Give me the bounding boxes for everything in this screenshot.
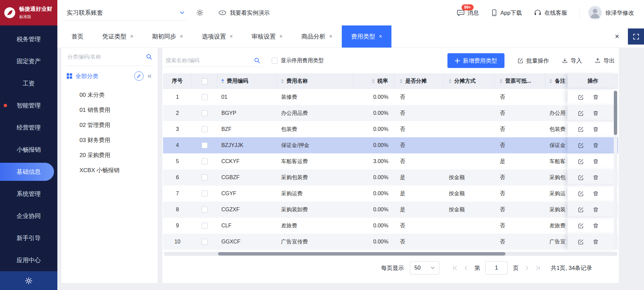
- app-download-button[interactable]: App下载: [491, 9, 522, 17]
- sort-icon[interactable]: [400, 79, 402, 83]
- add-fee-type-button[interactable]: 新增费用类型: [447, 53, 504, 68]
- sort-icon[interactable]: [372, 79, 375, 83]
- row-checkbox[interactable]: [202, 223, 208, 229]
- table-row[interactable]: 7 CGYF 采购运费 0.00% 是 按金额 否 采购运: [163, 186, 618, 202]
- delete-icon[interactable]: [593, 94, 599, 100]
- tab-close-icon[interactable]: ×: [379, 33, 382, 40]
- category-item[interactable]: 03 财务费用: [79, 133, 152, 148]
- delete-icon[interactable]: [593, 174, 599, 180]
- fullscreen-icon[interactable]: [628, 28, 644, 45]
- delete-icon[interactable]: [593, 142, 599, 148]
- row-checkbox[interactable]: [202, 158, 208, 164]
- edit-icon[interactable]: [578, 239, 584, 245]
- tab-close-icon[interactable]: ×: [329, 33, 332, 40]
- sidebar-item[interactable]: 基础信息: [0, 161, 57, 183]
- first-page-button[interactable]: [452, 265, 458, 271]
- row-checkbox[interactable]: [202, 174, 208, 180]
- horizontal-scrollbar[interactable]: [164, 252, 618, 256]
- sidebar-item[interactable]: 企业协同: [0, 205, 57, 227]
- vertical-scrollbar-thumb[interactable]: [614, 91, 617, 135]
- col-share[interactable]: 是否分摊: [394, 73, 443, 89]
- table-row[interactable]: 3 BZF 包装费 0.00% 否 否 包装费: [163, 121, 618, 137]
- edit-icon[interactable]: [578, 142, 584, 149]
- tab-close-icon[interactable]: ×: [279, 33, 282, 40]
- delete-icon[interactable]: [593, 191, 599, 197]
- edit-icon[interactable]: [578, 158, 584, 165]
- row-checkbox[interactable]: [202, 207, 208, 213]
- category-root[interactable]: 全部分类 «: [67, 66, 152, 86]
- category-item[interactable]: XCBX 小畅报销: [79, 163, 152, 178]
- category-item[interactable]: 01 销售费用: [79, 102, 152, 118]
- delete-icon[interactable]: [593, 207, 599, 213]
- export-button[interactable]: 导出: [595, 57, 615, 65]
- sort-icon[interactable]: [549, 79, 552, 83]
- edit-icon[interactable]: [578, 94, 584, 100]
- search-icon[interactable]: [146, 54, 152, 60]
- user-menu[interactable]: 徐泽华修改: [588, 6, 634, 19]
- sidebar-item[interactable]: 智能管理: [0, 94, 57, 117]
- edit-icon[interactable]: [578, 223, 584, 229]
- demo-link[interactable]: 我要看实例演示: [218, 9, 270, 17]
- table-row[interactable]: 6 CGBZF 采购包装费 0.00% 是 按金额 否 采购包: [163, 169, 618, 186]
- row-checkbox[interactable]: [202, 94, 208, 100]
- edit-icon[interactable]: [578, 207, 584, 213]
- tab[interactable]: 商品分析 ×: [292, 25, 341, 48]
- row-checkbox[interactable]: [202, 110, 208, 116]
- sidebar-item[interactable]: 经营管理: [0, 117, 57, 139]
- sidebar-item[interactable]: 应用中心: [0, 249, 57, 271]
- row-checkbox[interactable]: [202, 191, 208, 197]
- next-page-button[interactable]: [524, 265, 530, 271]
- table-row[interactable]: 9 CLF 差旅费 0.00% 否 否 差旅费: [163, 218, 618, 234]
- row-checkbox[interactable]: [202, 142, 208, 148]
- collapse-panel-icon[interactable]: «: [147, 72, 152, 80]
- sidebar-item[interactable]: 工资: [0, 72, 57, 94]
- delete-icon[interactable]: [593, 158, 599, 164]
- tab[interactable]: 费用类型 ×: [342, 25, 391, 48]
- batch-actions-button[interactable]: 批量操作: [517, 57, 549, 65]
- col-deductible[interactable]: 普票可抵...: [494, 73, 545, 89]
- messages-button[interactable]: 99+ 消息: [457, 9, 479, 17]
- per-page-select[interactable]: 50: [410, 261, 439, 275]
- delete-icon[interactable]: [593, 223, 599, 229]
- sidebar-settings-button[interactable]: [0, 271, 57, 290]
- edit-icon[interactable]: [578, 110, 584, 117]
- page-number-input[interactable]: [485, 261, 507, 275]
- online-service-button[interactable]: 在线客服: [534, 9, 567, 17]
- sort-icon[interactable]: [281, 79, 284, 83]
- search-icon[interactable]: [254, 57, 260, 64]
- edit-icon[interactable]: [578, 191, 584, 197]
- sidebar-item[interactable]: 税务管理: [0, 28, 57, 50]
- prev-page-button[interactable]: [463, 265, 469, 271]
- sort-icon[interactable]: [449, 79, 451, 83]
- sidebar-item[interactable]: 小畅报销: [0, 139, 57, 161]
- col-method[interactable]: 分摊方式: [443, 73, 494, 89]
- vertical-scrollbar[interactable]: [614, 90, 617, 248]
- close-tab-icon[interactable]: ×: [606, 32, 628, 41]
- col-note[interactable]: 备注: [545, 73, 568, 89]
- edit-category-icon[interactable]: [134, 71, 144, 81]
- tab-close-icon[interactable]: ×: [230, 33, 233, 40]
- col-name[interactable]: 费用名称: [277, 73, 353, 89]
- category-search-input[interactable]: [67, 54, 146, 60]
- table-row[interactable]: 2 BGYP 办公用品费 0.00% 否 否 办公用: [163, 105, 618, 121]
- select-all-checkbox[interactable]: [202, 78, 208, 84]
- table-row[interactable]: 5 CCKYF 车船客运费 3.00% 否 是 车船客: [163, 153, 618, 169]
- tab[interactable]: 期初同步 ×: [143, 25, 192, 48]
- category-item[interactable]: 20 采购费用: [79, 148, 152, 163]
- table-row[interactable]: 4 BZJYJJK 保证金/押金 0.00% 否 否 保证金: [163, 137, 618, 153]
- last-page-button[interactable]: [535, 265, 541, 271]
- settings-gear-icon[interactable]: [196, 9, 204, 16]
- tab[interactable]: 首页 ×: [62, 25, 93, 48]
- table-row[interactable]: 1 01 装修费 0.00% 否 否: [163, 89, 618, 105]
- delete-icon[interactable]: [593, 110, 599, 116]
- tab[interactable]: 审核设置 ×: [242, 25, 292, 48]
- fee-search-input[interactable]: [165, 57, 254, 64]
- account-set-dropdown[interactable]: 实习联系账套: [65, 5, 187, 20]
- table-row[interactable]: 8 CGZXF 采购装卸费 0.00% 是 按金额 否 采购装: [163, 202, 618, 218]
- delete-icon[interactable]: [593, 126, 599, 132]
- show-disabled-checkbox[interactable]: [272, 58, 278, 64]
- tab[interactable]: 选项设置 ×: [193, 25, 242, 48]
- tab[interactable]: 凭证类型 ×: [93, 25, 143, 48]
- sidebar-item[interactable]: 新手引导: [0, 227, 57, 249]
- row-checkbox[interactable]: [202, 126, 208, 132]
